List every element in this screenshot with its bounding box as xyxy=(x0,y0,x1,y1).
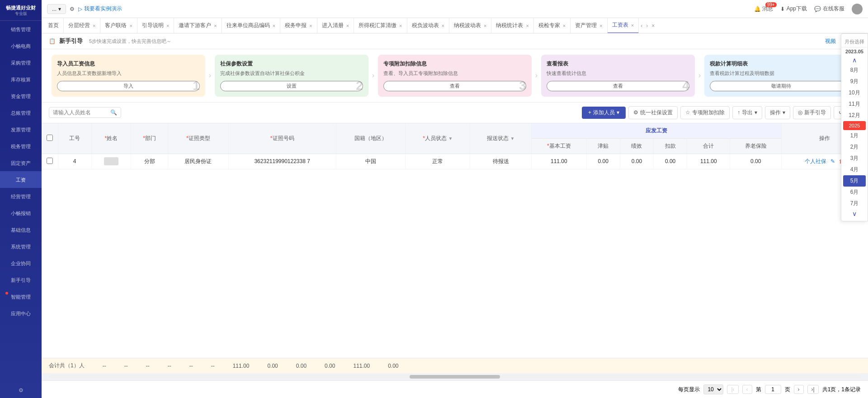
tab-income-tax[interactable]: 所得税汇算清缴 × xyxy=(354,18,407,33)
month-1[interactable]: 1月 xyxy=(841,130,868,141)
tab-home[interactable]: 首页 xyxy=(43,18,64,33)
step-5-btn[interactable]: 敬请期待 xyxy=(710,81,853,91)
tab-income-tax-close[interactable]: × xyxy=(399,23,402,28)
tab-next-button[interactable]: › xyxy=(644,23,650,29)
last-page-button[interactable]: ›| xyxy=(807,385,819,394)
tab-salary[interactable]: 工资表 × xyxy=(608,18,639,33)
scrollbar-thumb[interactable] xyxy=(410,375,500,379)
step-1-btn[interactable]: 导入 xyxy=(57,81,200,91)
tab-guide-close[interactable]: × xyxy=(166,23,169,28)
online-service-button[interactable]: 💬 在线客服 xyxy=(814,5,844,13)
tab-tax-burden[interactable]: 税负波动表 × xyxy=(407,18,449,33)
select-all-checkbox[interactable] xyxy=(47,135,53,141)
horizontal-scrollbar[interactable] xyxy=(49,375,861,379)
sidebar-item-ecommerce[interactable]: 小畅电商 xyxy=(0,37,42,54)
sidebar-item-purchase[interactable]: 采购管理 xyxy=(0,54,42,71)
search-icon[interactable]: 🔍 xyxy=(110,109,117,116)
add-employee-button[interactable]: + 添加人员 ▾ xyxy=(582,107,626,119)
personal-social-security-link[interactable]: 个人社保 xyxy=(805,158,826,164)
row-checkbox-cell[interactable] xyxy=(42,154,58,169)
sidebar-item-expense[interactable]: 小畅报销 xyxy=(0,205,42,221)
month-5[interactable]: 5月 xyxy=(843,175,866,187)
tab-invite-close[interactable]: × xyxy=(214,23,217,28)
next-page-button[interactable]: › xyxy=(794,385,804,394)
tab-tax-report-close[interactable]: × xyxy=(309,23,312,28)
prev-page-button[interactable]: ‹ xyxy=(742,385,752,394)
month-11[interactable]: 11月 xyxy=(841,98,868,110)
tab-tax-expert[interactable]: 税检专家 × xyxy=(534,18,571,33)
sidebar-item-cooperation[interactable]: 企业协同 xyxy=(0,255,42,272)
tab-guide[interactable]: 引导说明 × xyxy=(137,18,174,33)
unified-settings-button[interactable]: ⚙ 统一社保设置 xyxy=(628,106,678,119)
sidebar-item-salary[interactable]: 工资 xyxy=(0,171,42,188)
month-7[interactable]: 7月 xyxy=(841,198,868,209)
sidebar-item-inventory[interactable]: 库存核算 xyxy=(0,71,42,88)
month-12[interactable]: 12月 xyxy=(841,110,868,121)
tab-clearance[interactable]: 进入清册 × xyxy=(317,18,354,33)
step-3-btn[interactable]: 查看 xyxy=(383,81,526,91)
status-filter-icon[interactable]: ▼ xyxy=(448,136,453,141)
month-10[interactable]: 10月 xyxy=(841,87,868,98)
row-basic-salary[interactable]: 111.00 xyxy=(532,154,586,169)
tab-tax-fluctuation-close[interactable]: × xyxy=(484,23,486,28)
page-number-input[interactable] xyxy=(765,385,781,394)
demo-link[interactable]: ▷ 我要看实例演示 xyxy=(78,5,122,13)
tab-customer-close[interactable]: × xyxy=(129,23,132,28)
sidebar-item-guide[interactable]: 新手引导 xyxy=(0,272,42,288)
month-6[interactable]: 6月 xyxy=(841,187,868,198)
row-checkbox[interactable] xyxy=(47,158,53,164)
month-nav-up[interactable]: ∧ xyxy=(850,56,859,64)
report-filter-icon[interactable]: ▼ xyxy=(510,136,515,141)
guide-video-link[interactable]: 视频 xyxy=(825,37,836,45)
company-selector[interactable]: ... ▾ xyxy=(47,4,66,14)
month-3[interactable]: 3月 xyxy=(841,153,868,164)
sidebar-item-finance[interactable]: 资金管理 xyxy=(0,88,42,104)
search-input[interactable] xyxy=(53,109,110,116)
step-4-btn[interactable]: 查看 xyxy=(547,81,689,91)
tab-layered[interactable]: 分层经营 × xyxy=(64,18,100,33)
month-4[interactable]: 4月 xyxy=(841,164,868,175)
tab-tax-stats[interactable]: 纳税统计表 × xyxy=(491,18,533,33)
month-8[interactable]: 8月 xyxy=(841,65,868,76)
step-2-btn[interactable]: 设置 xyxy=(220,81,363,91)
row-pension[interactable]: 0.00 xyxy=(730,154,782,169)
tab-prev-button[interactable]: ‹ xyxy=(639,23,644,29)
tab-invite[interactable]: 邀请下游客户 × xyxy=(174,18,222,33)
tab-close-all-button[interactable]: × xyxy=(650,23,656,29)
special-deduction-button[interactable]: ☆ 专项附加扣除 xyxy=(680,106,730,119)
month-9[interactable]: 9月 xyxy=(841,76,868,87)
sidebar-item-app-center[interactable]: 应用中心 xyxy=(0,305,42,322)
sidebar-item-operations[interactable]: 经营管理 xyxy=(0,188,42,205)
first-page-button[interactable]: |‹ xyxy=(727,385,738,394)
sidebar-item-ai[interactable]: 智能管理 xyxy=(0,288,42,305)
sidebar-item-fixed-assets[interactable]: 固定资产 xyxy=(0,155,42,171)
row-allowance[interactable]: 0.00 xyxy=(586,154,620,169)
sidebar-item-sales[interactable]: 销售管理 xyxy=(0,21,42,37)
tab-customer[interactable]: 客户联络 × xyxy=(100,18,137,33)
export-button[interactable]: ↑ 导出 ▾ xyxy=(732,106,762,119)
tab-clearance-close[interactable]: × xyxy=(346,23,349,28)
settings-icon-btn[interactable]: ⚙ xyxy=(70,6,75,12)
edit-icon[interactable]: ✎ xyxy=(830,158,835,164)
new-guide-button[interactable]: ◎ 新手引导 xyxy=(793,106,831,119)
tab-product-code-close[interactable]: × xyxy=(273,23,275,28)
message-button[interactable]: 🔔 消息 99+ xyxy=(754,5,773,13)
sidebar-item-basic-info[interactable]: 基础信息 xyxy=(0,221,42,238)
sidebar-settings-button[interactable]: ⚙ xyxy=(0,383,42,398)
tab-asset[interactable]: 资产管理 × xyxy=(571,18,607,33)
operations-button[interactable]: 操作 ▾ xyxy=(765,106,790,119)
tab-salary-close[interactable]: × xyxy=(631,23,634,28)
tab-tax-burden-close[interactable]: × xyxy=(442,23,444,28)
tab-layered-close[interactable]: × xyxy=(93,23,95,28)
month-2[interactable]: 2月 xyxy=(841,141,868,153)
search-box[interactable]: 🔍 xyxy=(49,107,121,118)
per-page-select[interactable]: 10 20 50 xyxy=(703,384,723,394)
sidebar-item-system[interactable]: 系统管理 xyxy=(0,238,42,255)
tab-tax-fluctuation[interactable]: 纳税波动表 × xyxy=(449,18,491,33)
tab-tax-report[interactable]: 税务申报 × xyxy=(280,18,317,33)
tab-asset-close[interactable]: × xyxy=(599,23,602,28)
sidebar-item-tax[interactable]: 税务管理 xyxy=(0,138,42,155)
user-avatar[interactable] xyxy=(852,4,863,14)
tab-tax-expert-close[interactable]: × xyxy=(563,23,566,28)
row-deduction[interactable]: 0.00 xyxy=(654,154,687,169)
